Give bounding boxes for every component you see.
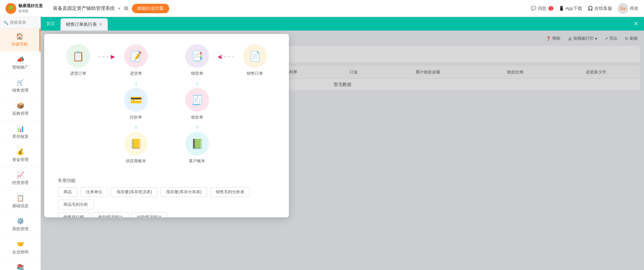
func-btn-sales-rank[interactable]: 销售排行榜 bbox=[58, 212, 90, 217]
system-name: 装备及固定资产辅助管理系统 bbox=[53, 5, 115, 12]
sidebar-item-sales[interactable]: 🛒 销售管理 bbox=[0, 75, 40, 98]
func-btn-stock-status[interactable]: 现存量(库存状况表) bbox=[111, 187, 158, 197]
app-download-item[interactable]: 📱 App下载 bbox=[559, 5, 582, 12]
flow-col-customer-ledger: ↓ 📗 客户账本 bbox=[177, 124, 217, 164]
system-dropdown-arrow[interactable]: ▾ bbox=[118, 6, 120, 11]
sidebar: 🔍 搜索菜单 🏠 快捷导航 📣 营销推广 🛒 销售管理 📦 采购管理 📊 库存核… bbox=[0, 17, 41, 270]
common-funcs: 常用功能 商品 往来单位 现存量(库存状况表) 现存量(库存分布表) 销售毛利分… bbox=[44, 178, 289, 217]
purchase-bill-label: 进货单 bbox=[130, 71, 142, 76]
func-btn-stock-dist[interactable]: 现存量(库存分布表) bbox=[160, 187, 207, 197]
modal-body: 📋 进货订单 ▶ 📝 进货单 bbox=[44, 34, 289, 178]
payment-icon: 💳 bbox=[124, 88, 148, 112]
func-btn-goods[interactable]: 商品 bbox=[58, 187, 77, 197]
func-btn-payment-stats[interactable]: 付款情况统计 bbox=[131, 212, 167, 217]
flow-node-purchase-bill[interactable]: 📝 进货单 bbox=[116, 44, 156, 76]
func-btn-receipt-stats[interactable]: 收款情况统计 bbox=[92, 212, 128, 217]
flow-node-payment[interactable]: 💳 付款单 bbox=[116, 88, 156, 120]
func-btn-contacts[interactable]: 往来单位 bbox=[80, 187, 108, 197]
flow-node-sales-order[interactable]: 📄 销售订单 bbox=[234, 44, 275, 76]
func-buttons-row1: 商品 往来单位 现存量(库存状况表) 现存量(库存分布表) 销售毛利分析表 商品… bbox=[58, 187, 275, 210]
header-right: 💬 消息 5 📱 App下载 🎧 在线客服 Ea 用友 bbox=[531, 3, 639, 14]
flow-col-receipt: ↓ 🧾 收款单 bbox=[177, 80, 217, 120]
sidebar-item-purchase[interactable]: 📦 采购管理 bbox=[0, 98, 40, 121]
sales-bill-icon: 📑 bbox=[185, 44, 209, 68]
settings-icon[interactable]: ⚙ bbox=[124, 5, 128, 12]
home-icon: 🏠 bbox=[16, 33, 23, 40]
basic-info-icon: 📋 bbox=[17, 194, 24, 202]
sales-icon: 🛒 bbox=[17, 79, 24, 86]
modal-overlay[interactable]: 📋 进货订单 ▶ 📝 进货单 bbox=[41, 31, 644, 270]
flow-node-purchase-order[interactable]: 📋 进货订单 bbox=[58, 44, 99, 76]
main-content: 首页 销售订单执行表 ✕ ✕ ❓ 帮助 🖨 按模板打印 ▾ ↗ 导出 bbox=[41, 17, 644, 270]
logo-area: 🍀 畅康通好生意 标准版 bbox=[5, 3, 46, 14]
finance-icon: 💰 bbox=[17, 148, 24, 156]
supplier-ledger-icon: 📒 bbox=[124, 132, 148, 156]
sales-order-label: 销售订单 bbox=[247, 71, 263, 76]
flow-node-customer-ledger[interactable]: 📗 客户账本 bbox=[177, 132, 217, 164]
sidebar-search[interactable]: 🔍 搜索菜单 bbox=[0, 17, 40, 29]
phone-icon: 📱 bbox=[559, 6, 564, 11]
flow-node-sales-bill[interactable]: 📑 销货单 bbox=[177, 44, 217, 76]
flow-node-supplier-ledger[interactable]: 📒 供应商账本 bbox=[116, 132, 156, 164]
tab-bar: 首页 销售订单执行表 ✕ ✕ bbox=[41, 17, 644, 31]
ops-icon: 📈 bbox=[17, 171, 24, 179]
top-header: 🍀 畅康通好生意 标准版 装备及固定资产辅助管理系统 ▾ ⚙ 体验行业方案 💬 … bbox=[0, 0, 644, 17]
sidebar-item-newbie[interactable]: 📚 新手引导 bbox=[0, 259, 40, 270]
tab-sales-order-exec[interactable]: 销售订单执行表 ✕ bbox=[60, 18, 108, 31]
func-btn-goods-margin[interactable]: 商品毛利分析 bbox=[58, 200, 94, 210]
purchase-bill-icon: 📝 bbox=[124, 44, 148, 68]
flow-col-supplier-ledger: ↓ 📒 供应商账本 bbox=[116, 124, 156, 164]
user-avatar: Ea bbox=[617, 3, 628, 14]
search-icon: 🔍 bbox=[3, 20, 8, 25]
sales-order-icon: 📄 bbox=[243, 44, 267, 68]
page-area: ❓ 帮助 🖨 按模板打印 ▾ ↗ 导出 ↻ 刷新 📅 单据状态 bbox=[41, 31, 644, 270]
message-badge: 5 bbox=[549, 6, 553, 11]
sidebar-item-system[interactable]: ⚙️ 系统管理 bbox=[0, 213, 40, 236]
common-funcs-title: 常用功能 bbox=[58, 178, 275, 184]
purchase-icon: 📦 bbox=[17, 102, 24, 109]
logo-icon: 🍀 bbox=[5, 3, 16, 14]
sidebar-item-inventory[interactable]: 📊 库存核算 bbox=[0, 121, 40, 144]
sidebar-item-finance[interactable]: 💰 资金管理 bbox=[0, 144, 40, 167]
func-buttons-row2: 销售排行榜 收款情况统计 付款情况统计 bbox=[58, 212, 275, 217]
customer-ledger-label: 客户账本 bbox=[189, 158, 205, 164]
tab-bar-close-icon[interactable]: ✕ bbox=[628, 20, 644, 28]
system-icon: ⚙️ bbox=[17, 217, 24, 225]
tab-close-icon[interactable]: ✕ bbox=[99, 22, 102, 27]
flow-node-receipt[interactable]: 🧾 收款单 bbox=[177, 88, 217, 120]
sidebar-item-quick-guide[interactable]: 🏠 快捷导航 bbox=[0, 29, 40, 52]
user-area[interactable]: Ea 用友 bbox=[617, 3, 639, 14]
online-service-item[interactable]: 🎧 在线客服 bbox=[588, 5, 612, 12]
flow-col-payment: ↓ 💳 付款单 bbox=[116, 80, 156, 120]
supplier-ledger-label: 供应商账本 bbox=[126, 158, 146, 164]
headset-icon: 🎧 bbox=[588, 6, 593, 11]
customer-ledger-icon: 📗 bbox=[185, 132, 209, 156]
newbie-icon: 📚 bbox=[17, 264, 24, 270]
header-center: 装备及固定资产辅助管理系统 ▾ ⚙ 体验行业方案 bbox=[53, 4, 531, 13]
sidebar-item-basic-info[interactable]: 📋 基础信息 bbox=[0, 190, 40, 213]
inventory-icon: 📊 bbox=[17, 125, 24, 132]
logo-text: 畅康通好生意 标准版 bbox=[18, 3, 43, 13]
tab-home[interactable]: 首页 bbox=[41, 17, 60, 31]
sales-bill-label: 销货单 bbox=[191, 71, 203, 76]
purchase-order-icon: 📋 bbox=[66, 44, 90, 68]
payment-label: 付款单 bbox=[130, 114, 142, 120]
modal-box: 📋 进货订单 ▶ 📝 进货单 bbox=[44, 34, 289, 217]
enterprise-icon: 🤝 bbox=[17, 240, 24, 248]
experience-btn[interactable]: 体验行业方案 bbox=[132, 4, 169, 13]
message-icon: 💬 bbox=[531, 6, 536, 11]
purchase-order-label: 进货订单 bbox=[70, 71, 86, 76]
func-btn-sales-margin[interactable]: 销售毛利分析表 bbox=[210, 187, 250, 197]
sidebar-item-enterprise[interactable]: 🤝 企业协同 bbox=[0, 236, 40, 259]
sidebar-item-marketing[interactable]: 📣 营销推广 bbox=[0, 52, 40, 75]
sidebar-item-operations[interactable]: 📈 经营管理 bbox=[0, 167, 40, 190]
receipt-icon: 🧾 bbox=[185, 88, 209, 112]
message-item[interactable]: 💬 消息 5 bbox=[531, 5, 553, 12]
receipt-label: 收款单 bbox=[191, 114, 203, 120]
marketing-icon: 📣 bbox=[17, 56, 24, 63]
